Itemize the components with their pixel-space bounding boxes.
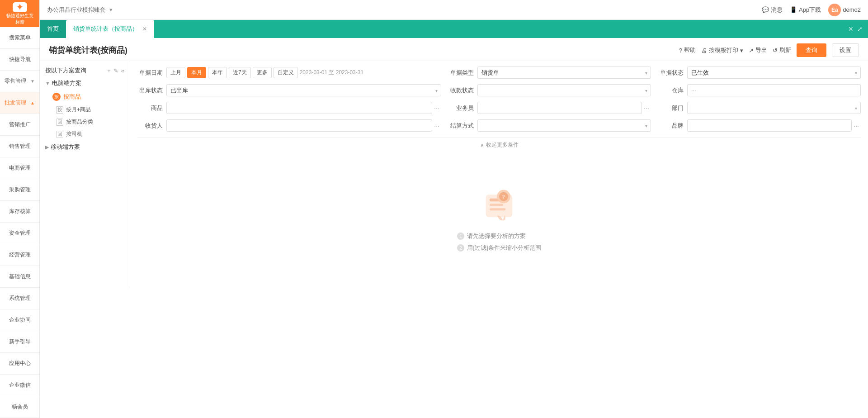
scheme-item-icon-product: 按 bbox=[52, 93, 61, 101]
refresh-btn[interactable]: ↺ 刷新 bbox=[773, 46, 791, 54]
maximize-window-btn[interactable]: ⤢ bbox=[857, 25, 863, 33]
brand-input[interactable] bbox=[687, 119, 852, 132]
sidebar-item-inventory[interactable]: 库存核算 bbox=[0, 201, 39, 223]
product-control: ··· bbox=[166, 102, 441, 114]
filter-product-field: 商品 ··· bbox=[137, 102, 441, 114]
scheme-header-label: 按以下方案查询 bbox=[45, 66, 86, 75]
tab-home-label: 首页 bbox=[47, 25, 59, 33]
username-label: demo2 bbox=[843, 6, 861, 13]
bill-type-select[interactable]: 销货单 bbox=[477, 66, 651, 79]
scheme-sub-icon-1: 按 bbox=[56, 106, 63, 114]
empty-hint-2: 2 用[过滤]条件来缩小分析范围 bbox=[457, 244, 541, 252]
sidebar-item-newbie[interactable]: 新手引导 bbox=[0, 331, 39, 353]
product-input[interactable] bbox=[166, 102, 432, 114]
user-area[interactable]: Ea demo2 bbox=[828, 4, 861, 16]
tab-close-btn[interactable]: ✕ bbox=[142, 26, 147, 32]
brand-control: ··· bbox=[687, 119, 861, 132]
collapse-label: 收起更多条件 bbox=[486, 141, 519, 149]
sidebar: ✦ 畅捷通好生意 标赠 搜索菜单 快捷导航 零售管理▼ 批发管理▲ 营销推广 销… bbox=[0, 0, 40, 418]
page-wrapper: 销货单统计表(按商品) ? 帮助 🖨 按模板打印 ▾ ↗ 导出 bbox=[40, 38, 868, 418]
filter-warehouse-field: 仓库 ··· bbox=[658, 84, 861, 96]
sidebar-item-system[interactable]: 系统管理 bbox=[0, 288, 39, 309]
sidebar-item-corp[interactable]: 企业协同 bbox=[0, 309, 39, 331]
scheme-edit-btn[interactable]: ✎ bbox=[113, 67, 118, 74]
out-status-select[interactable]: 已出库 bbox=[166, 84, 441, 96]
scheme-category-mobile[interactable]: ▶ 移动端方案 bbox=[40, 140, 130, 154]
topnav-left: 办公用品行业模拟账套 ▾ bbox=[47, 6, 113, 14]
scheme-add-btn[interactable]: + bbox=[107, 67, 111, 74]
tab-report[interactable]: 销货单统计表（按商品） ✕ bbox=[66, 20, 154, 38]
brand-dots[interactable]: ··· bbox=[852, 122, 861, 129]
settlement-label: 结算方式 bbox=[448, 122, 474, 130]
scheme-item-by-cashier[interactable]: 回 按司机 bbox=[40, 128, 130, 140]
svg-rect-3 bbox=[490, 208, 505, 210]
empty-hint-1-text: 请先选择要分析的方案 bbox=[467, 232, 526, 240]
salesman-input[interactable] bbox=[477, 102, 642, 114]
collapse-arrow-icon: ∧ bbox=[480, 142, 484, 148]
help-btn[interactable]: ? 帮助 bbox=[679, 46, 696, 54]
date-btn-7days[interactable]: 近7天 bbox=[229, 67, 251, 78]
date-filter: 上月 本月 本年 近7天 更多 自定义 2023-03-01 至 2023-03… bbox=[166, 67, 363, 78]
sidebar-item-member[interactable]: 畅会员 bbox=[0, 396, 39, 418]
bill-status-select[interactable]: 已生效 bbox=[687, 66, 861, 79]
sidebar-item-basic[interactable]: 基础信息 bbox=[0, 266, 39, 288]
scheme-item-by-product[interactable]: 按 按商品 bbox=[40, 90, 130, 104]
scheme-item-product-label: 按商品 bbox=[63, 93, 81, 101]
settlement-select[interactable] bbox=[477, 119, 651, 132]
date-btn-this-year[interactable]: 本年 bbox=[208, 67, 227, 78]
filter-out-status-field: 出库状态 已出库 ▾ bbox=[137, 84, 441, 96]
sidebar-item-wholesale[interactable]: 批发管理▲ bbox=[0, 92, 39, 114]
consignee-dots[interactable]: ··· bbox=[432, 122, 441, 129]
tab-report-label: 销货单统计表（按商品） bbox=[73, 25, 138, 33]
product-dots[interactable]: ··· bbox=[432, 104, 441, 112]
logo-area: ✦ 畅捷通好生意 标赠 bbox=[0, 0, 39, 27]
sidebar-item-search[interactable]: 搜索菜单 bbox=[0, 27, 39, 49]
sidebar-item-sales[interactable]: 销售管理 bbox=[0, 136, 39, 157]
scheme-category-pc[interactable]: ▼ 电脑端方案 bbox=[40, 76, 130, 90]
topnav: 办公用品行业模拟账套 ▾ 💬 消息 📱 App下载 Ea demo2 bbox=[40, 0, 868, 20]
collapse-bar[interactable]: ∧ 收起更多条件 bbox=[137, 137, 861, 152]
date-range-text: 2023-03-01 至 2023-03-31 bbox=[300, 69, 363, 76]
date-label: 单据日期 bbox=[137, 69, 163, 77]
date-btn-more[interactable]: 更多 bbox=[253, 67, 272, 78]
date-btn-this-month[interactable]: 本月 bbox=[187, 67, 206, 78]
dept-select[interactable] bbox=[687, 102, 861, 114]
filter-area: 单据日期 上月 本月 本年 近7天 更多 自定义 2023-03-01 至 20… bbox=[130, 61, 868, 288]
filter-bill-status-field: 单据状态 已生效 ▾ bbox=[658, 66, 861, 79]
app-download-label: App下载 bbox=[799, 6, 821, 14]
scheme-collapse-btn[interactable]: « bbox=[121, 67, 124, 74]
message-btn[interactable]: 💬 消息 bbox=[762, 6, 783, 14]
filter-consignee-field: 收货人 ··· bbox=[137, 119, 441, 132]
consignee-input[interactable] bbox=[166, 119, 432, 132]
empty-hint-2-text: 用[过滤]条件来缩小分析范围 bbox=[467, 244, 541, 252]
logo-sub: 标赠 bbox=[15, 19, 24, 25]
sidebar-item-marketing[interactable]: 营销推广 bbox=[0, 114, 39, 136]
warehouse-input[interactable]: ··· bbox=[687, 84, 861, 96]
sidebar-item-ecom[interactable]: 电商管理 bbox=[0, 157, 39, 179]
sidebar-item-purchase[interactable]: 采购管理 bbox=[0, 179, 39, 201]
print-btn[interactable]: 🖨 按模板打印 ▾ bbox=[701, 46, 743, 54]
date-btn-custom[interactable]: 自定义 bbox=[274, 67, 298, 78]
export-label: 导出 bbox=[755, 46, 767, 54]
empty-hints: 1 请先选择要分析的方案 2 用[过滤]条件来缩小分析范围 bbox=[457, 232, 541, 256]
sidebar-item-wechat[interactable]: 企业微信 bbox=[0, 375, 39, 396]
query-btn[interactable]: 查询 bbox=[797, 43, 826, 57]
salesman-dots[interactable]: ··· bbox=[642, 104, 651, 112]
export-btn[interactable]: ↗ 导出 bbox=[749, 46, 767, 54]
sidebar-item-finance[interactable]: 资金管理 bbox=[0, 223, 39, 244]
industry-dropdown-icon[interactable]: ▾ bbox=[109, 6, 113, 13]
scheme-header: 按以下方案查询 + ✎ « bbox=[40, 65, 130, 76]
date-btn-last-month[interactable]: 上月 bbox=[166, 67, 185, 78]
settings-btn[interactable]: 设置 bbox=[832, 43, 859, 57]
sidebar-item-appcenter[interactable]: 应用中心 bbox=[0, 353, 39, 375]
collect-status-select[interactable] bbox=[477, 84, 651, 96]
sidebar-item-quicknav[interactable]: 快捷导航 bbox=[0, 49, 39, 71]
scheme-item-by-category[interactable]: 回 按商品分类 bbox=[40, 116, 130, 128]
sidebar-item-retail[interactable]: 零售管理▼ bbox=[0, 71, 39, 92]
app-download-btn[interactable]: 📱 App下载 bbox=[790, 6, 821, 14]
close-window-btn[interactable]: ✕ bbox=[848, 25, 854, 33]
scheme-item-by-month-product[interactable]: 按 按月+商品 bbox=[40, 104, 130, 116]
message-icon: 💬 bbox=[762, 6, 769, 13]
tab-home[interactable]: 首页 bbox=[40, 20, 66, 38]
sidebar-item-ops[interactable]: 经营管理 bbox=[0, 244, 39, 266]
